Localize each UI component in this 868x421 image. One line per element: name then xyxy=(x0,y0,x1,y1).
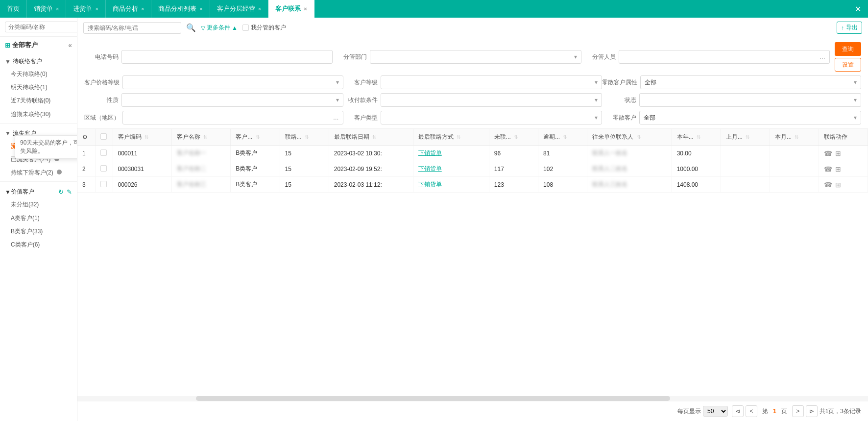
more-action-icon-3[interactable]: ⊞ xyxy=(835,181,841,189)
grade-select[interactable]: ▾ xyxy=(381,75,603,89)
refresh-icon[interactable]: ↻ xyxy=(58,188,64,196)
region-multi[interactable]: … xyxy=(122,111,343,124)
more-action-icon-1[interactable]: ⊞ xyxy=(835,149,841,157)
sidebar-item-class-c[interactable]: C类客户(6) xyxy=(0,238,77,251)
zero-retail-select[interactable]: 全部 ▾ xyxy=(639,111,861,124)
sidebar-divider-1 xyxy=(0,123,77,124)
td-last-month-1 xyxy=(721,146,770,161)
tab-product-analysis[interactable]: 商品分析 × xyxy=(106,0,151,18)
sidebar-item-overdue[interactable]: 逾期未联络(30) xyxy=(0,108,77,121)
category-search-input[interactable] xyxy=(5,22,77,32)
my-customers-checkbox[interactable]: 我分管的客户 xyxy=(242,24,286,32)
td-checkbox-2[interactable] xyxy=(95,161,113,177)
row-checkbox-1[interactable] xyxy=(100,149,107,156)
dept-select[interactable]: ▾ xyxy=(370,50,581,64)
select-all-checkbox[interactable] xyxy=(100,133,107,140)
filter-row-3: 性质 ▾ 收付款条件 ▾ 状态 ▾ xyxy=(84,93,861,107)
close-icon[interactable]: × xyxy=(304,6,307,12)
sidebar-item-class-a[interactable]: A类客户(1) xyxy=(0,212,77,225)
sort-icon-11[interactable]: ⇅ xyxy=(746,134,749,140)
phone-input[interactable] xyxy=(121,50,333,64)
th-settings[interactable]: ⚙ xyxy=(77,129,95,146)
td-type-2: B类客户 xyxy=(231,161,280,177)
close-icon[interactable]: × xyxy=(199,6,202,12)
arrow-icon-2: ▼ xyxy=(5,130,11,137)
tab-product-list[interactable]: 商品分析列表 × xyxy=(151,0,210,18)
td-checkbox-3[interactable] xyxy=(95,177,113,193)
more-conditions-btn[interactable]: ▽ 更多条件 ▲ xyxy=(201,24,238,32)
scrollbar-thumb[interactable] xyxy=(196,396,670,401)
filter-area: 电话号码 分管部门 ▾ 分管人员 … 查询 设置 xyxy=(77,38,868,129)
row-checkbox-3[interactable] xyxy=(100,181,107,187)
contact-icon-3[interactable]: ☎ xyxy=(824,181,832,189)
tab-sales[interactable]: 销货单 × xyxy=(27,0,66,18)
sort-icon-8[interactable]: ⇅ xyxy=(563,134,567,140)
all-customers-label[interactable]: 全部客户 xyxy=(12,41,38,50)
td-checkbox-1[interactable] xyxy=(95,146,113,161)
sort-icon-9[interactable]: ⇅ xyxy=(637,134,641,140)
sidebar-item-class-b[interactable]: B类客户(33) xyxy=(0,225,77,238)
export-btn[interactable]: ↑ 导出 xyxy=(837,22,862,34)
td-last-method-2[interactable]: 下销货单 xyxy=(413,161,489,177)
tab-customer-layer[interactable]: 客户分层经营 × xyxy=(210,0,268,18)
sidebar-item-unclassified[interactable]: 未分组(32) xyxy=(0,198,77,211)
close-icon[interactable]: × xyxy=(258,6,261,12)
filter-cell-zero-retail: 零散客户 全部 ▾ xyxy=(602,111,861,124)
td-type-1: B类客户 xyxy=(231,146,280,161)
sidebar-section-value[interactable]: ▼ 价值客户 ↻ ✎ xyxy=(0,186,77,198)
horizontal-scrollbar[interactable] xyxy=(77,396,868,401)
sort-icon-10[interactable]: ⇅ xyxy=(697,134,700,140)
contact-icon-1[interactable]: ☎ xyxy=(824,149,832,157)
tab-home[interactable]: 首页 xyxy=(0,0,27,18)
td-last-date-3: 2023-02-03 11:12: xyxy=(329,177,413,193)
tab-customer-contact[interactable]: 客户联系 × xyxy=(268,0,314,18)
chevron-down-icon-3: ▾ xyxy=(595,79,598,86)
sort-icon-5[interactable]: ⇅ xyxy=(372,134,376,140)
sidebar-section-pending[interactable]: ▼ 待联络客户 xyxy=(0,55,77,68)
sort-icon-12[interactable]: ⇅ xyxy=(795,134,798,140)
more-icon-2[interactable]: … xyxy=(333,114,339,121)
td-last-method-3[interactable]: 下销货单 xyxy=(413,177,489,193)
query-btn[interactable]: 查询 xyxy=(835,42,861,56)
first-page-btn[interactable]: ⊲ xyxy=(732,405,744,417)
td-last-method-1[interactable]: 下销货单 xyxy=(413,146,489,161)
payment-label: 收付款条件 xyxy=(343,96,378,104)
more-action-icon-2[interactable]: ⊞ xyxy=(835,165,841,173)
settings-col-icon[interactable]: ⚙ xyxy=(82,134,88,141)
close-icon[interactable]: × xyxy=(95,6,98,12)
customer-type-select[interactable]: ▾ xyxy=(381,111,603,124)
last-page-btn[interactable]: ⊳ xyxy=(806,405,818,417)
sort-icon[interactable]: ⇅ xyxy=(145,134,148,140)
collapse-icon[interactable]: « xyxy=(68,41,72,49)
next-page-btn[interactable]: > xyxy=(792,405,804,417)
sort-icon-4[interactable]: ⇅ xyxy=(305,134,309,140)
edit-icon[interactable]: ✎ xyxy=(67,188,72,196)
nature-select[interactable]: ▾ xyxy=(121,93,343,107)
sort-icon-3[interactable]: ⇅ xyxy=(256,134,260,140)
sidebar-item-today[interactable]: 今天待联络(0) xyxy=(0,68,77,81)
search-input[interactable] xyxy=(83,22,181,34)
zero-retail-attr-select[interactable]: 全部 ▾ xyxy=(640,75,861,89)
search-submit-icon[interactable]: 🔍 xyxy=(186,23,196,32)
sort-icon-7[interactable]: ⇅ xyxy=(514,134,518,140)
close-icon[interactable]: × xyxy=(56,6,59,12)
price-grade-select[interactable]: ▾ xyxy=(122,75,343,89)
window-close-btn[interactable]: ✕ xyxy=(848,4,868,14)
more-icon[interactable]: … xyxy=(820,53,825,60)
close-icon[interactable]: × xyxy=(141,6,144,12)
payment-select[interactable]: ▾ xyxy=(381,93,603,107)
row-checkbox-2[interactable] xyxy=(100,165,107,172)
prev-page-btn[interactable]: < xyxy=(746,405,757,417)
sidebar-item-declining[interactable]: 持续下滑客户(2) xyxy=(0,166,77,179)
sort-icon-6[interactable]: ⇅ xyxy=(457,134,460,140)
settings-btn[interactable]: 设置 xyxy=(835,58,861,72)
th-checkbox[interactable] xyxy=(95,129,113,146)
per-page-dropdown[interactable]: 50 100 200 xyxy=(703,406,728,417)
sidebar-item-tomorrow[interactable]: 明天待联络(1) xyxy=(0,81,77,94)
tab-purchase[interactable]: 进货单 × xyxy=(66,0,105,18)
contact-icon-2[interactable]: ☎ xyxy=(824,165,832,173)
manager-multi[interactable]: … xyxy=(619,50,830,64)
sort-icon-2[interactable]: ⇅ xyxy=(203,134,207,140)
status-select[interactable]: ▾ xyxy=(639,93,861,107)
sidebar-item-7days[interactable]: 近7天待联络(0) xyxy=(0,94,77,107)
